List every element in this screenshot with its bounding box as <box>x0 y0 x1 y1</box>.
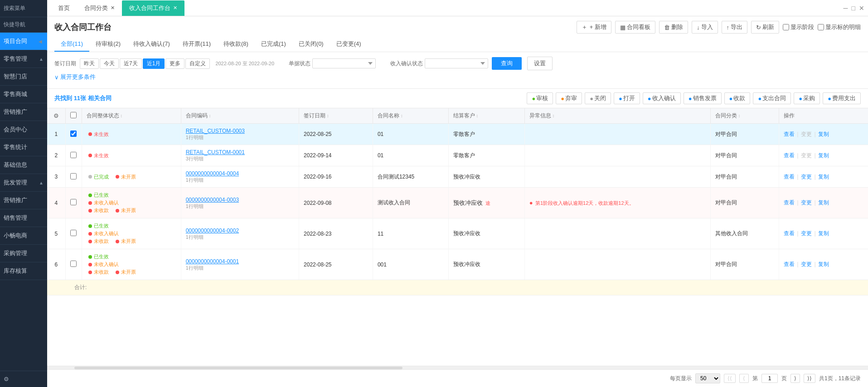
income-confirm-button[interactable]: ● 收入确认 <box>643 92 681 104</box>
delete-button[interactable]: 🗑 删除 <box>659 21 688 34</box>
date-btn-last7[interactable]: 近7天 <box>120 58 142 69</box>
th-status[interactable]: 合同整体状态 <box>82 108 181 124</box>
filter-tab-all[interactable]: 全部(11) <box>54 37 89 52</box>
th-type[interactable]: 合同分类 <box>710 108 779 124</box>
sidebar-item-retail-stat[interactable]: 零售统计 <box>0 139 47 156</box>
sidebar-item-ecom[interactable]: 小畅电商 <box>0 227 47 245</box>
doc-status-select[interactable] <box>312 58 376 68</box>
minimize-button[interactable]: ─ <box>844 5 848 12</box>
close-button[interactable]: ✕ <box>859 5 864 12</box>
contract-code-link-3[interactable]: 0000000000004-0004 <box>186 170 239 177</box>
sidebar-item-member[interactable]: 会员中心 <box>0 121 47 139</box>
op-copy-6[interactable]: 复制 <box>818 261 829 267</box>
horizontal-scrollbar[interactable] <box>47 366 868 369</box>
new-button[interactable]: ＋ + 新增 <box>577 21 611 34</box>
sidebar-search[interactable]: 搜索菜单 <box>0 0 47 17</box>
settings-icon-th[interactable]: ⚙ <box>53 112 59 119</box>
income-confirm-select[interactable] <box>425 58 488 68</box>
sidebar-item-inventory[interactable]: 库存核算 <box>0 262 47 280</box>
op-copy-4[interactable]: 复制 <box>818 199 829 206</box>
filter-tab-closed[interactable]: 已关闭(0) <box>292 37 330 52</box>
kanban-button[interactable]: ▦ 合同看板 <box>615 21 655 34</box>
purchase-button[interactable]: ● 采购 <box>794 92 820 104</box>
op-view-4[interactable]: 查看 <box>784 199 795 206</box>
filter-tab-pending-invoice[interactable]: 待开票(11) <box>176 37 217 52</box>
filter-tab-pending-collect[interactable]: 待收款(8) <box>217 37 255 52</box>
sidebar-item-purchase[interactable]: 采购管理 <box>0 245 47 262</box>
op-copy-3[interactable]: 复制 <box>818 174 829 180</box>
op-view-1[interactable]: 查看 <box>784 131 795 137</box>
sidebar-item-wholesale-mgmt[interactable]: 批发管理 ▲ <box>0 174 47 192</box>
filter-tab-done[interactable]: 已完成(1) <box>255 37 292 52</box>
row-checkbox-5[interactable] <box>70 230 77 236</box>
filter-tab-changed[interactable]: 已变更(4) <box>330 37 368 52</box>
sidebar-item-project[interactable]: 项目合同 ◀ <box>0 33 47 50</box>
close-tab-contract-cat[interactable]: ✕ <box>111 5 115 11</box>
sales-invoice-button[interactable]: ● 销售发票 <box>684 92 722 104</box>
sidebar-item-marketing2[interactable]: 营销推广 <box>0 192 47 209</box>
sidebar-item-retail-mgmt[interactable]: 零售管理 ▲ <box>0 50 47 68</box>
row-checkbox-6[interactable] <box>70 261 77 267</box>
tab-income-contract[interactable]: 收入合同工作台 ✕ <box>122 0 184 16</box>
date-btn-more[interactable]: 更多 <box>165 58 184 69</box>
close-contract-button[interactable]: ● 关闭 <box>585 92 611 104</box>
query-button[interactable]: 查询 <box>492 57 522 70</box>
sidebar-item-retail-mall[interactable]: 零售商城 <box>0 86 47 103</box>
sidebar-item-marketing[interactable]: 营销推广 <box>0 103 47 121</box>
import-button[interactable]: ↓ 导入 <box>692 21 718 34</box>
op-copy-5[interactable]: 复制 <box>818 230 829 237</box>
op-copy-2[interactable]: 复制 <box>818 152 829 159</box>
contract-code-link-6[interactable]: 0000000000004-0001 <box>186 258 239 265</box>
th-name[interactable]: 合同名称 <box>373 108 448 124</box>
sidebar-item-base-info[interactable]: 基础信息 <box>0 156 47 174</box>
fee-spend-button[interactable]: ● 费用支出 <box>823 92 861 104</box>
export-button[interactable]: ↑ 导出 <box>722 21 748 34</box>
spend-contract-button[interactable]: ● 支出合同 <box>753 92 791 104</box>
th-customer[interactable]: 结算客户 <box>448 108 524 124</box>
date-btn-custom[interactable]: 自定义 <box>185 58 210 69</box>
th-sign-date[interactable]: 签订日期 <box>299 108 373 124</box>
filter-tab-pending-confirm[interactable]: 待收入确认(7) <box>127 37 176 52</box>
row-checkbox-2[interactable] <box>70 152 77 158</box>
last-page-button[interactable]: ⟩⟩ <box>804 374 815 383</box>
page-number-input[interactable] <box>761 374 778 383</box>
show-detail-input[interactable] <box>818 24 824 30</box>
op-view-2[interactable]: 查看 <box>784 152 795 159</box>
sidebar-item-sales-mgmt[interactable]: 销售管理 <box>0 209 47 227</box>
op-change-5[interactable]: 变更 <box>801 230 812 237</box>
row-checkbox-1[interactable] <box>70 131 77 137</box>
contract-code-link-4[interactable]: 0000000000004-0003 <box>186 197 239 203</box>
abandon-button[interactable]: ● 弃审 <box>556 92 582 104</box>
sidebar-quick-nav[interactable]: 快捷导航 <box>0 17 47 33</box>
sidebar-settings[interactable]: ⚙ <box>0 371 47 387</box>
op-change-6[interactable]: 变更 <box>801 261 812 267</box>
op-change-3[interactable]: 变更 <box>801 174 812 180</box>
select-all-checkbox[interactable] <box>70 112 77 118</box>
show-stage-checkbox[interactable]: 显示阶段 <box>783 23 814 31</box>
setting-button[interactable]: 设置 <box>527 57 553 70</box>
next-page-button[interactable]: ⟩ <box>790 374 800 383</box>
row-checkbox-4[interactable] <box>70 199 77 205</box>
prev-page-button[interactable]: ⟨ <box>739 374 749 383</box>
date-btn-yesterday[interactable]: 昨天 <box>80 58 99 69</box>
first-page-button[interactable]: ⟨⟨ <box>724 374 736 383</box>
th-code[interactable]: 合同编码 <box>181 108 299 124</box>
op-view-6[interactable]: 查看 <box>784 261 795 267</box>
row-checkbox-3[interactable] <box>70 173 77 179</box>
close-tab-income-contract[interactable]: ✕ <box>173 5 177 11</box>
th-error[interactable]: 异常信息 <box>524 108 710 124</box>
refresh-button[interactable]: ↻ 刷新 <box>751 21 779 34</box>
date-btn-last1month[interactable]: 近1月 <box>143 58 165 69</box>
show-detail-checkbox[interactable]: 显示标的明细 <box>818 23 861 31</box>
sidebar-item-smart-store[interactable]: 智慧门店 <box>0 68 47 86</box>
op-copy-1[interactable]: 复制 <box>818 131 829 137</box>
expand-conditions-button[interactable]: ∨ 展开更多条件 <box>54 73 96 81</box>
date-btn-today[interactable]: 今天 <box>100 58 119 69</box>
op-change-4[interactable]: 变更 <box>801 199 812 206</box>
op-view-5[interactable]: 查看 <box>784 230 795 237</box>
contract-code-link-1[interactable]: RETAIL_CUSTOM-0003 <box>186 128 245 134</box>
tab-contract-cat[interactable]: 合同分类 ✕ <box>77 0 122 16</box>
contract-code-link-2[interactable]: RETAIL_CUSTOM-0001 <box>186 149 245 155</box>
maximize-button[interactable]: □ <box>852 5 855 12</box>
show-stage-input[interactable] <box>783 24 789 30</box>
